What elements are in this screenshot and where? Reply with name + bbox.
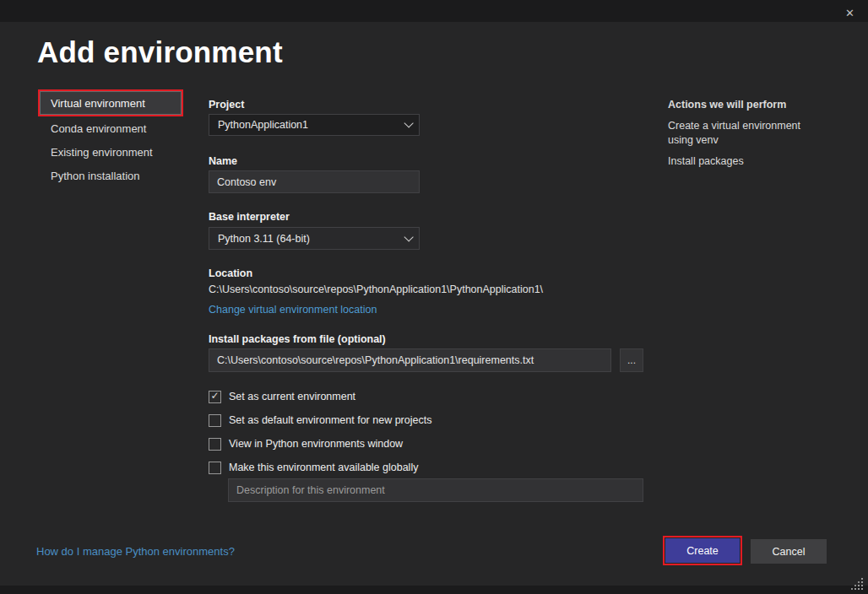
- location-label: Location: [209, 267, 252, 279]
- actions-panel-item: Install packages: [668, 154, 803, 169]
- checkbox-label: Set as current environment: [229, 391, 355, 402]
- name-input[interactable]: [209, 170, 420, 193]
- location-path: C:\Users\contoso\source\repos\PythonAppl…: [209, 284, 543, 295]
- sidebar-item-existing-environment[interactable]: Existing environment: [51, 146, 153, 159]
- close-icon[interactable]: ✕: [845, 8, 854, 19]
- sidebar-item-conda-environment[interactable]: Conda environment: [51, 122, 146, 135]
- checkbox-row-set-default: Set as default environment for new proje…: [209, 413, 431, 427]
- sidebar-item-python-installation[interactable]: Python installation: [51, 170, 140, 182]
- cancel-button[interactable]: Cancel: [751, 539, 827, 564]
- title-bar: ✕: [0, 0, 868, 22]
- browse-button[interactable]: ...: [620, 348, 643, 372]
- project-dropdown-value: PythonApplication1: [218, 119, 308, 131]
- check-icon: ✓: [210, 391, 219, 401]
- chevron-down-icon: [404, 232, 413, 241]
- change-location-link[interactable]: Change virtual environment location: [209, 304, 377, 316]
- requirements-file-input[interactable]: [209, 348, 611, 372]
- manage-environments-help-link[interactable]: How do I manage Python environments?: [36, 545, 235, 558]
- add-environment-dialog: ✕ Add environment Virtual environment Co…: [0, 0, 868, 594]
- set-as-current-environment-checkbox[interactable]: ✓: [209, 391, 221, 403]
- base-interpreter-label: Base interpreter: [209, 211, 290, 223]
- resize-grip-icon[interactable]: [850, 577, 864, 591]
- actions-panel: Actions we will perform Create a virtual…: [668, 98, 803, 176]
- base-interpreter-dropdown[interactable]: Python 3.11 (64-bit): [209, 227, 420, 250]
- actions-panel-item: Create a virtual environment using venv: [668, 119, 803, 148]
- checkbox-row-view-environments: View in Python environments window: [209, 437, 403, 451]
- set-as-default-environment-checkbox[interactable]: [209, 414, 221, 427]
- sidebar-item-virtual-environment[interactable]: Virtual environment: [40, 91, 182, 115]
- checkbox-label: Make this environment available globally: [229, 462, 418, 473]
- checkbox-row-available-globally: Make this environment available globally: [209, 461, 418, 474]
- annotation-highlight-create-button: Create: [663, 536, 742, 565]
- dialog-title: Add environment: [37, 35, 283, 69]
- checkbox-row-set-current: ✓ Set as current environment: [209, 390, 355, 403]
- project-dropdown[interactable]: PythonApplication1: [209, 114, 420, 136]
- install-packages-label: Install packages from file (optional): [209, 333, 386, 345]
- make-environment-global-checkbox[interactable]: [209, 462, 221, 474]
- create-button[interactable]: Create: [665, 538, 740, 563]
- chevron-down-icon: [404, 118, 413, 127]
- description-input[interactable]: [228, 478, 643, 502]
- actions-panel-title: Actions we will perform: [668, 98, 803, 112]
- name-label: Name: [209, 155, 237, 167]
- checkbox-label: Set as default environment for new proje…: [229, 414, 431, 426]
- base-interpreter-dropdown-value: Python 3.11 (64-bit): [218, 233, 310, 245]
- bottom-bar: [0, 586, 868, 594]
- checkbox-label: View in Python environments window: [229, 438, 403, 450]
- view-in-python-environments-checkbox[interactable]: [209, 438, 221, 451]
- project-label: Project: [209, 99, 244, 111]
- annotation-highlight-virtual-environment: Virtual environment: [38, 89, 183, 116]
